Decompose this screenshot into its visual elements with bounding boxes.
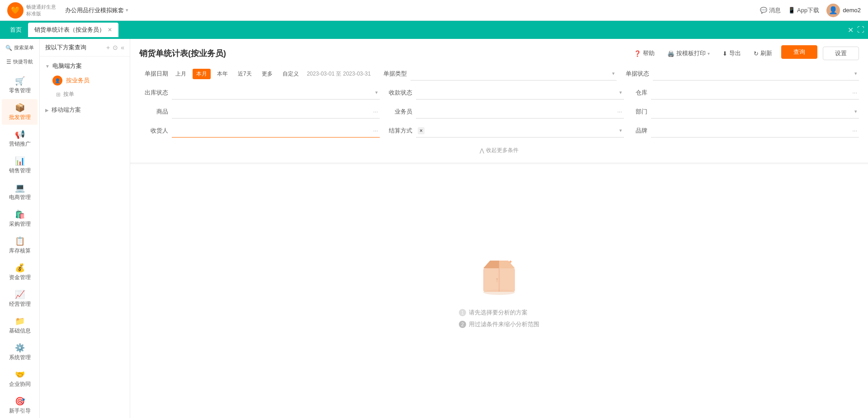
logo-area[interactable]: 🧡 畅捷通好生意 标准版	[7, 2, 56, 19]
recipient-control[interactable]: ···	[172, 124, 380, 138]
help-btn[interactable]: ❓ 帮助	[630, 48, 658, 59]
out-status-control[interactable]: ▾	[172, 86, 380, 100]
sidebar-item-basic[interactable]: 📁 基础信息	[2, 313, 38, 338]
nav-icon: ☰	[6, 59, 11, 65]
scheme-sub-item-by-doc[interactable]: ⊞ 按单	[40, 88, 130, 100]
filter-area: 销货单统计表(按业务员) ❓ 帮助 🖨️ 按模板打印 ▾ ⬇ 导出	[130, 39, 868, 162]
close-window-icon[interactable]: ✕	[848, 26, 854, 34]
warehouse-control[interactable]: ···	[651, 86, 859, 100]
goods-label: 商品	[139, 108, 172, 116]
app-download-btn[interactable]: 📱 App下载	[788, 6, 819, 14]
collapse-icon: ⋀	[480, 147, 484, 154]
date-filter-control: 上月 本月 本年 近7天 更多 自定义 2023-03-01 至 2023-03…	[172, 69, 374, 79]
refresh-icon: ↻	[754, 50, 759, 57]
main-layout: 🔍 搜索菜单 ☰ 快捷导航 🛒 零售管理 📦 批发管理 📢 营销推广 📊 销售管…	[0, 39, 868, 418]
warehouse-label: 仓库	[624, 89, 651, 97]
operations-icon: 📈	[15, 290, 25, 299]
date-btn-7days[interactable]: 近7天	[234, 69, 255, 79]
date-btn-more[interactable]: 更多	[258, 69, 276, 79]
sidebar-item-sales[interactable]: 📊 销售管理	[2, 152, 38, 178]
empty-svg: ✦ ↑	[472, 252, 526, 298]
mobile-scheme-header[interactable]: ▶ 移动端方案	[40, 103, 130, 117]
tab-close-icon[interactable]: ✕	[108, 27, 112, 33]
print-icon: 🖨️	[667, 50, 675, 57]
sidebar-item-newbie[interactable]: 🎯 新手引导	[2, 393, 38, 418]
sidebar-item-inventory[interactable]: 📋 库存核算	[2, 233, 38, 258]
salesperson-control[interactable]: ···	[416, 105, 624, 119]
doc-type-control[interactable]: ▾	[410, 67, 617, 81]
retail-icon: 🛒	[15, 76, 25, 86]
doc-status-label: 单据状态	[617, 70, 653, 78]
collection-status-control[interactable]: ▾	[416, 86, 624, 100]
sidebar: 🔍 搜索菜单 ☰ 快捷导航 🛒 零售管理 📦 批发管理 📢 营销推广 📊 销售管…	[0, 39, 40, 418]
search-menu-btn[interactable]: 🔍 搜索菜单	[4, 43, 36, 53]
expand-window-icon[interactable]: ⛶	[857, 26, 864, 34]
sidebar-item-enterprise[interactable]: 🤝 企业协同	[2, 366, 38, 392]
settings-scheme-btn[interactable]: ⊙	[113, 44, 118, 51]
sidebar-item-system[interactable]: ⚙️ 系统管理	[2, 339, 38, 365]
out-status-label: 出库状态	[139, 89, 172, 97]
newbie-icon: 🎯	[15, 396, 25, 406]
nav-title[interactable]: 办公用品行业模拟账套 ▾	[65, 6, 128, 14]
tab-home[interactable]: 首页	[4, 23, 28, 37]
collapse-panel-btn[interactable]: «	[121, 44, 124, 51]
help-icon: ❓	[634, 50, 641, 57]
recipient-dots: ···	[373, 127, 378, 134]
tip-num-1: 1	[459, 309, 466, 316]
collapse-btn[interactable]: ⋀ 收起更多条件	[139, 143, 859, 156]
desktop-scheme-group: ▼ 电脑端方案 👤 按业务员 ⊞ 按单	[40, 57, 130, 103]
out-status-arrow: ▾	[375, 90, 378, 95]
doc-status-control[interactable]: ▾	[653, 67, 859, 81]
salesperson-label: 业务员	[380, 108, 416, 116]
sidebar-item-finance[interactable]: 💰 资金管理	[2, 259, 38, 285]
tab-sales-stat[interactable]: 销货单统计表（按业务员） ✕	[28, 23, 118, 37]
quick-nav-btn[interactable]: ☰ 快捷导航	[0, 57, 39, 67]
header-left: 🧡 畅捷通好生意 标准版 办公用品行业模拟账套 ▾	[7, 2, 128, 19]
date-label: 单据日期	[139, 70, 172, 78]
search-icon: 🔍	[5, 45, 12, 51]
sidebar-item-purchase[interactable]: 🛍️ 采购管理	[2, 206, 38, 232]
header-right: 💬 消息 📱 App下载 👤 demo2	[760, 4, 861, 17]
query-btn[interactable]: 查询	[781, 45, 817, 59]
add-scheme-btn[interactable]: +	[106, 44, 110, 51]
date-btn-custom[interactable]: 自定义	[279, 69, 302, 79]
print-btn[interactable]: 🖨️ 按模板打印 ▾	[664, 48, 713, 59]
payment-tag: ×	[418, 127, 425, 134]
svg-text:↑: ↑	[495, 276, 499, 283]
logo-icon: 🧡	[7, 2, 24, 19]
dept-label: 部门	[624, 108, 651, 116]
scheme-item-salesperson[interactable]: 👤 按业务员	[40, 73, 130, 88]
export-btn[interactable]: ⬇ 导出	[719, 48, 745, 59]
main-content: 销货单统计表(按业务员) ❓ 帮助 🖨️ 按模板打印 ▾ ⬇ 导出	[130, 39, 868, 418]
goods-control[interactable]: ···	[172, 105, 380, 119]
user-avatar-area[interactable]: 👤 demo2	[826, 4, 861, 17]
sidebar-item-operations[interactable]: 📈 经营管理	[2, 286, 38, 312]
dept-control[interactable]: ▾	[651, 105, 859, 119]
desktop-scheme-header[interactable]: ▼ 电脑端方案	[40, 59, 130, 73]
message-icon: 💬	[760, 7, 767, 14]
sidebar-item-marketing[interactable]: 📢 营销推广	[2, 126, 38, 152]
page-title-row: 销货单统计表(按业务员) ❓ 帮助 🖨️ 按模板打印 ▾ ⬇ 导出	[139, 45, 859, 62]
message-btn[interactable]: 💬 消息	[760, 6, 781, 14]
brand-control[interactable]: ···	[651, 124, 859, 138]
refresh-btn[interactable]: ↻ 刷新	[750, 48, 776, 59]
empty-tip-1: 1 请先选择要分析的方案	[459, 307, 539, 318]
filter-row-2: 出库状态 ▾ 收款状态 ▾ 仓库 ···	[139, 86, 859, 100]
sidebar-item-wholesale[interactable]: 📦 批发管理	[2, 99, 38, 125]
salesperson-dots: ···	[617, 108, 622, 115]
settings-btn[interactable]: 设置	[823, 47, 859, 60]
date-btn-last-month[interactable]: 上月	[172, 69, 190, 79]
purchase-icon: 🛍️	[15, 209, 25, 219]
sub-item-icon: ⊞	[56, 91, 61, 98]
marketing-icon: 📢	[15, 129, 25, 139]
doc-status-arrow: ▾	[854, 71, 857, 76]
date-btn-this-month[interactable]: 本月	[193, 69, 211, 79]
brand-label: 品牌	[624, 127, 651, 135]
date-range-text: 2023-03-01 至 2023-03-31	[307, 70, 371, 78]
sales-icon: 📊	[15, 156, 25, 166]
sidebar-item-retail[interactable]: 🛒 零售管理	[2, 72, 38, 98]
payment-control[interactable]: × ▾	[416, 124, 624, 138]
sidebar-item-ecommerce[interactable]: 💻 电商管理	[2, 179, 38, 205]
avatar: 👤	[826, 4, 840, 17]
date-btn-this-year[interactable]: 本年	[213, 69, 231, 79]
